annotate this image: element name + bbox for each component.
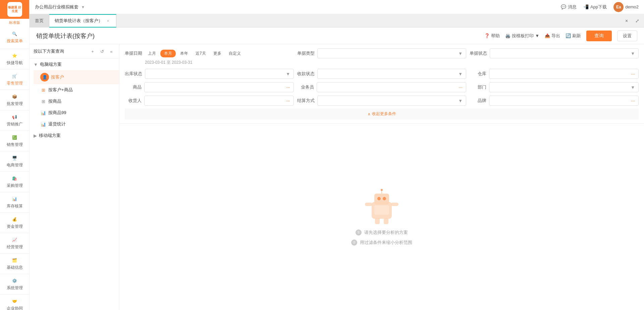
enterprise-icon: 🤝 — [11, 298, 18, 305]
goods-dots[interactable]: ··· — [286, 85, 290, 90]
tab-fullscreen-btn[interactable]: ⤢ — [633, 17, 641, 25]
help-btn[interactable]: ❓ 帮助 — [484, 33, 500, 39]
active-customer-badge: 👤 — [40, 73, 49, 82]
sidebar-item-system[interactable]: ⚙️ 系统管理 — [0, 274, 29, 295]
out-status-cell: 出库状态 ▼ — [125, 69, 294, 79]
sidebar-item-purchase[interactable]: 🛍️ 采购管理 — [0, 172, 29, 192]
tree-item-by-goods-label: 按商品 — [48, 98, 61, 104]
print-label: 按模板打印 — [512, 33, 534, 39]
message-btn[interactable]: 💬 消息 — [561, 4, 577, 10]
purchase-icon: 🛍️ — [11, 175, 18, 182]
dept-select[interactable]: ▼ — [489, 82, 639, 92]
collapse-bar[interactable]: ∧ 收起更多条件 — [125, 108, 639, 119]
empty-hint-2: ② 用过滤条件来缩小分析范围 — [351, 240, 412, 246]
sidebar-item-ecommerce[interactable]: 🖥️ 电商管理 — [0, 151, 29, 172]
tab-sales-stat[interactable]: 销货单统计表（按客户） × — [49, 14, 116, 28]
brand-dots[interactable]: ··· — [631, 98, 635, 103]
doc-type-select[interactable]: ▼ — [317, 48, 466, 58]
export-btn[interactable]: 📤 导出 — [545, 33, 560, 39]
date-btn-last-month[interactable]: 上月 — [145, 49, 159, 58]
date-btn-this-month[interactable]: 本月 — [160, 50, 176, 57]
doc-status-select[interactable]: ▼ — [490, 48, 639, 58]
message-label: 消息 — [568, 4, 577, 10]
brand-input[interactable]: ··· — [489, 96, 639, 106]
svg-rect-5 — [375, 218, 380, 224]
date-btn-custom[interactable]: 自定义 — [226, 49, 244, 58]
date-btn-7days[interactable]: 近7天 — [193, 49, 209, 58]
tab-bar: 首页 销货单统计表（按客户） × × ⤢ — [30, 14, 644, 28]
receiver-dots[interactable]: ··· — [286, 98, 290, 103]
tree-item-by-customer[interactable]: 👤 按客户 — [34, 70, 119, 84]
sidebar-item-sales[interactable]: 💹 销售管理 — [0, 131, 29, 151]
tree-group-mobile-arrow: ▶ — [34, 133, 37, 138]
search-icon: 🔍 — [11, 31, 18, 37]
add-icon: + — [91, 49, 94, 54]
tree-item-return-stat[interactable]: 📊 退货统计 — [34, 118, 119, 130]
sidebar-item-inventory[interactable]: 📊 库存核算 — [0, 192, 29, 213]
collapse-panel-btn[interactable]: « — [108, 48, 115, 55]
page-title: 销货单统计表(按客户) — [36, 32, 95, 40]
sidebar-item-quick-nav[interactable]: ⭐ 快捷导航 — [0, 49, 29, 69]
brand-cell: 品牌 ··· — [470, 96, 639, 106]
operations-icon: 📈 — [11, 237, 18, 243]
sidebar-item-marketing[interactable]: 📢 营销推广 — [0, 110, 29, 131]
receipt-status-select[interactable]: ▼ — [317, 69, 466, 79]
warehouse-dots[interactable]: ··· — [631, 71, 635, 76]
print-dropdown-icon[interactable]: ▼ — [535, 33, 539, 38]
goods99-icon: 📊 — [40, 110, 46, 116]
tab-home[interactable]: 首页 — [30, 14, 49, 28]
tree-group-desktop[interactable]: ▼ 电脑端方案 — [30, 59, 119, 70]
warehouse-input[interactable]: ··· — [489, 69, 639, 79]
tree-group-mobile[interactable]: ▶ 移动端方案 — [30, 130, 119, 141]
empty-hint-1: ① 请先选择要分析的方案 — [356, 229, 408, 236]
query-btn[interactable]: 查询 — [586, 31, 612, 41]
goods-input[interactable]: ··· — [144, 82, 294, 92]
filter-row-4: 收货人 ··· 结算方式 ▼ — [125, 96, 639, 106]
salesperson-dots[interactable]: ··· — [459, 85, 463, 90]
sidebar-item-operations[interactable]: 📈 经营管理 — [0, 233, 29, 254]
sidebar-item-search[interactable]: 🔍 搜索菜单 — [0, 26, 29, 49]
svg-point-3 — [383, 197, 386, 200]
tree-item-by-goods[interactable]: ⊞ 按商品 — [34, 96, 119, 107]
sidebar: 畅捷通 好生意 标准版 🔍 搜索菜单 ⭐ 快捷导航 🛒 零售管理 📦 批发管理 … — [0, 0, 30, 310]
sidebar-purchase-label: 采购管理 — [7, 183, 23, 189]
tree-item-by-customer-label: 按客户 — [51, 74, 64, 80]
svg-rect-7 — [365, 203, 372, 206]
title-actions: ❓ 帮助 🖨️ 按模板打印 ▼ 📤 导出 🔄 刷新 查询 设置 — [484, 31, 637, 41]
salesperson-input[interactable]: ··· — [317, 82, 466, 92]
settings-btn[interactable]: 设置 — [617, 31, 637, 41]
hint-num-2: ② — [351, 240, 357, 246]
receiver-input[interactable]: ··· — [144, 96, 294, 106]
sidebar-quick-nav-label: 快捷导航 — [7, 60, 23, 66]
sidebar-wholesale-label: 批发管理 — [7, 101, 23, 107]
sidebar-item-finance[interactable]: 💰 资金管理 — [0, 213, 29, 233]
user-area[interactable]: Ea demo2 — [613, 2, 639, 12]
date-btn-this-year[interactable]: 本年 — [177, 49, 191, 58]
tab-close-btn[interactable]: × — [105, 18, 111, 23]
refresh-btn[interactable]: 🔄 刷新 — [566, 33, 581, 39]
out-status-select[interactable]: ▼ — [145, 69, 294, 79]
sidebar-item-wholesale[interactable]: 📦 批发管理 — [0, 90, 29, 110]
filter-row-1: 单据日期 上月 本月 本年 近7天 更多 自定义 — [125, 48, 639, 58]
sidebar-item-retail[interactable]: 🛒 零售管理 — [0, 69, 29, 90]
app-download-btn[interactable]: 📲 App下载 — [583, 4, 607, 10]
tree-group-arrow: ▼ — [34, 62, 38, 67]
empty-hint-1-text: 请先选择要分析的方案 — [364, 229, 408, 236]
tree-item-by-customer-goods[interactable]: ⊞ 按客户+商品 — [34, 84, 119, 96]
settlement-select[interactable]: ▼ — [317, 96, 466, 106]
add-scheme-btn[interactable]: + — [89, 48, 96, 55]
header-dropdown-icon[interactable]: ▼ — [81, 5, 85, 9]
sidebar-item-enterprise[interactable]: 🤝 企业协同 — [0, 295, 29, 310]
message-icon: 💬 — [561, 4, 566, 9]
sidebar-item-base[interactable]: 🗂️ 基础信息 — [0, 254, 29, 274]
date-btn-more[interactable]: 更多 — [210, 49, 224, 58]
sidebar-search-label: 搜索菜单 — [7, 38, 23, 44]
help-label: 帮助 — [491, 33, 500, 39]
export-icon: 📤 — [545, 33, 550, 38]
avatar-text: Ea — [616, 5, 621, 9]
header-right: 💬 消息 📲 App下载 Ea demo2 — [561, 2, 639, 12]
tab-close-all-btn[interactable]: × — [623, 17, 631, 25]
print-btn[interactable]: 🖨️ 按模板打印 ▼ — [505, 33, 539, 39]
tree-item-by-goods-99[interactable]: 📊 按商品99 — [34, 107, 119, 118]
refresh-scheme-btn[interactable]: ↺ — [98, 48, 106, 55]
